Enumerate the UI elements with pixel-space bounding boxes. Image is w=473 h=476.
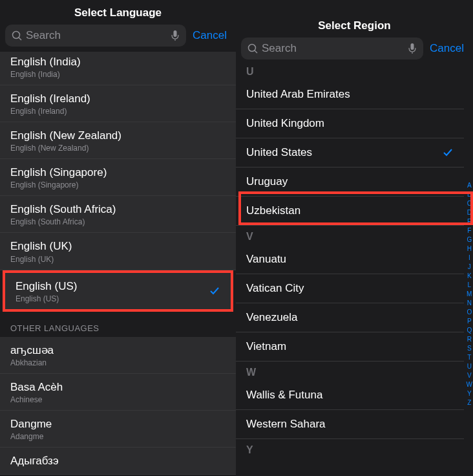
index-letter[interactable]: K xyxy=(467,272,472,281)
index-letter[interactable]: P xyxy=(467,317,472,326)
index-letter[interactable]: S xyxy=(467,344,472,353)
cancel-button[interactable]: Cancel xyxy=(193,29,231,42)
check-icon xyxy=(209,285,220,297)
list-item[interactable]: English (New Zealand) English (New Zeala… xyxy=(0,122,236,159)
search-icon xyxy=(247,43,258,54)
list-item[interactable]: English (South Africa) English (South Af… xyxy=(0,196,236,233)
region-item[interactable]: Wallis & Futuna xyxy=(236,381,464,410)
language-subtitle: English (India) xyxy=(10,70,226,79)
index-letter[interactable]: G xyxy=(467,235,472,244)
index-letter[interactable]: Y xyxy=(467,389,472,398)
alphabet-index[interactable]: A B C D E F G H I J K L M N O P Q R S T … xyxy=(467,181,472,407)
section-v: V xyxy=(236,226,464,245)
mic-icon[interactable] xyxy=(171,30,180,41)
language-subtitle: English (UK) xyxy=(10,255,72,264)
language-subtitle: Adangme xyxy=(10,432,52,441)
list-item[interactable]: Адыгабзэ xyxy=(0,448,236,475)
language-list[interactable]: English (India) English (India) English … xyxy=(0,52,236,476)
region-title: Select Region xyxy=(236,19,473,32)
region-name: Western Sahara xyxy=(246,418,326,431)
language-subtitle: English (US) xyxy=(16,294,77,303)
list-item[interactable]: Dangme Adangme xyxy=(0,411,236,448)
index-letter[interactable]: B xyxy=(467,190,472,199)
index-letter[interactable]: R xyxy=(467,335,472,344)
region-item[interactable]: Venezuela xyxy=(236,303,464,332)
index-letter[interactable]: E xyxy=(467,217,472,226)
language-name: Basa Acèh xyxy=(10,380,63,395)
index-letter[interactable]: W xyxy=(467,380,472,389)
region-list[interactable]: U United Arab Emirates United Kingdom Un… xyxy=(236,65,473,476)
section-letter-label: Y xyxy=(246,444,454,456)
region-name: Vietnam xyxy=(246,340,286,353)
language-name: English (UK) xyxy=(10,239,72,254)
language-subtitle: Achinese xyxy=(10,395,63,404)
region-item[interactable]: United Kingdom xyxy=(236,109,464,138)
index-letter[interactable]: H xyxy=(467,244,472,254)
language-name: English (India) xyxy=(10,55,226,69)
svg-point-4 xyxy=(249,45,256,52)
index-letter[interactable]: U xyxy=(467,362,472,371)
mic-icon[interactable] xyxy=(408,43,417,54)
list-item[interactable]: аҧсшәа Abkhazian xyxy=(0,337,236,374)
region-item[interactable]: Vietnam xyxy=(236,332,464,362)
region-name: Venezuela xyxy=(246,311,297,324)
language-subtitle: English (New Zealand) xyxy=(10,144,121,153)
list-item[interactable]: English (Singapore) English (Singapore) xyxy=(0,159,236,196)
language-title: Select Language xyxy=(0,6,236,19)
language-header: Select Language xyxy=(0,0,236,25)
index-letter[interactable]: C xyxy=(467,199,472,208)
index-letter[interactable]: J xyxy=(467,263,472,272)
section-letter-label: U xyxy=(246,66,454,78)
index-letter[interactable]: V xyxy=(467,371,472,380)
region-header: Select Region xyxy=(236,0,473,38)
language-panel: Select Language Cancel English (India) E… xyxy=(0,0,236,476)
index-letter[interactable]: I xyxy=(467,254,472,263)
region-panel: Select Region Cancel U United Arab Emira… xyxy=(236,0,473,476)
svg-line-1 xyxy=(19,38,21,40)
search-box[interactable] xyxy=(5,25,186,47)
highlight-english-us: English (US) English (US) xyxy=(3,270,233,312)
section-y: Y xyxy=(236,439,464,459)
language-name: English (Ireland) xyxy=(10,92,90,106)
list-item[interactable]: English (India) English (India) xyxy=(0,52,236,85)
search-input[interactable] xyxy=(26,29,167,42)
language-subtitle: English (Singapore) xyxy=(10,180,107,189)
index-letter[interactable]: T xyxy=(467,353,472,362)
list-item[interactable]: English (UK) English (UK) xyxy=(0,233,236,270)
region-item-selected[interactable]: United States xyxy=(236,138,464,168)
section-u: U xyxy=(236,65,464,80)
region-item[interactable]: Uruguay xyxy=(236,168,464,197)
index-letter[interactable]: L xyxy=(467,281,472,290)
index-letter[interactable]: M xyxy=(467,290,472,299)
region-name: Vatican City xyxy=(246,282,304,295)
section-other-languages: OTHER LANGUAGES xyxy=(0,312,236,337)
region-item[interactable]: Vatican City xyxy=(236,274,464,303)
index-letter[interactable]: N xyxy=(467,299,472,308)
section-w: W xyxy=(236,362,464,381)
search-input[interactable] xyxy=(262,42,404,55)
search-row: Cancel xyxy=(236,38,473,65)
search-box[interactable] xyxy=(241,38,423,60)
index-letter[interactable]: D xyxy=(467,208,472,217)
language-name: English (Singapore) xyxy=(10,166,107,180)
region-name: United Arab Emirates xyxy=(246,88,350,101)
list-item[interactable]: Basa Acèh Achinese xyxy=(0,374,236,411)
language-name: English (New Zealand) xyxy=(10,129,121,143)
index-letter[interactable]: Q xyxy=(467,326,472,335)
language-name: аҧсшәа xyxy=(10,343,54,358)
index-letter[interactable]: F xyxy=(467,226,472,235)
svg-line-5 xyxy=(255,50,257,53)
list-item-selected[interactable]: English (US) English (US) xyxy=(5,273,231,309)
cancel-button[interactable]: Cancel xyxy=(430,42,468,55)
index-letter[interactable]: Z xyxy=(467,398,472,407)
language-name: English (South Africa) xyxy=(10,202,116,217)
region-item[interactable]: Western Sahara xyxy=(236,410,464,439)
svg-rect-2 xyxy=(174,30,177,37)
region-item[interactable]: Uzbekistan xyxy=(236,197,464,226)
index-letter[interactable]: O xyxy=(467,308,472,317)
svg-rect-6 xyxy=(411,43,414,50)
list-item[interactable]: English (Ireland) English (Ireland) xyxy=(0,85,236,122)
index-letter[interactable]: A xyxy=(467,181,472,190)
region-item[interactable]: United Arab Emirates xyxy=(236,80,464,109)
region-item[interactable]: Vanuatu xyxy=(236,245,464,274)
